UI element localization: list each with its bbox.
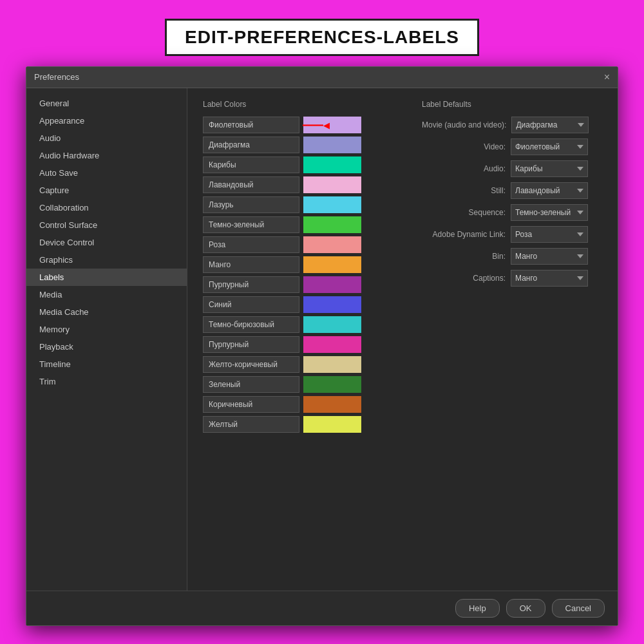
close-button[interactable]: × bbox=[604, 72, 610, 82]
label-color-swatch[interactable] bbox=[303, 176, 361, 193]
label-colors-section: Label Colors ━━━━◀ bbox=[203, 100, 396, 436]
page-title: EDIT-PREFERENCES-LABELS bbox=[185, 27, 459, 47]
default-select[interactable]: Лавандовый bbox=[511, 182, 588, 199]
label-name-input[interactable] bbox=[203, 416, 299, 433]
default-label-text: Adobe Dynamic Link: bbox=[422, 230, 506, 239]
label-name-input[interactable] bbox=[203, 137, 299, 153]
label-name-input[interactable] bbox=[203, 196, 299, 213]
sidebar-item-audio-hardware[interactable]: Audio Hardware bbox=[26, 147, 187, 164]
label-name-input[interactable] bbox=[203, 236, 299, 253]
label-name-input[interactable] bbox=[203, 376, 299, 393]
label-name-input[interactable] bbox=[203, 316, 299, 333]
label-row bbox=[203, 376, 396, 393]
label-color-swatch[interactable] bbox=[303, 236, 361, 253]
content-sections: Label Colors ━━━━◀ Label Defaults Movie … bbox=[203, 100, 602, 436]
label-row bbox=[203, 176, 396, 193]
default-row: Still:Лавандовый bbox=[422, 182, 602, 199]
cancel-button[interactable]: Cancel bbox=[552, 599, 605, 618]
label-name-input[interactable] bbox=[203, 176, 299, 193]
sidebar-item-control-surface[interactable]: Control Surface bbox=[26, 216, 187, 234]
label-color-swatch[interactable] bbox=[303, 416, 361, 433]
label-row: ━━━━◀ bbox=[203, 117, 396, 133]
label-name-input[interactable] bbox=[203, 276, 299, 293]
sidebar-item-playback[interactable]: Playback bbox=[26, 338, 187, 355]
label-row bbox=[203, 216, 396, 233]
default-select[interactable]: Манго bbox=[511, 248, 588, 265]
label-color-swatch[interactable] bbox=[303, 396, 361, 413]
label-name-input[interactable] bbox=[203, 156, 299, 173]
default-row: Bin:Манго bbox=[422, 248, 602, 265]
default-label-text: Bin: bbox=[422, 252, 506, 261]
label-row bbox=[203, 156, 396, 173]
dialog-body: GeneralAppearanceAudioAudio HardwareAuto… bbox=[26, 88, 618, 591]
sidebar-item-media[interactable]: Media bbox=[26, 286, 187, 303]
label-name-input[interactable] bbox=[203, 256, 299, 273]
label-row bbox=[203, 296, 396, 313]
sidebar-item-labels[interactable]: Labels━━━━◀ bbox=[26, 269, 187, 286]
label-name-input[interactable] bbox=[203, 396, 299, 413]
ok-button[interactable]: OK bbox=[506, 599, 545, 618]
sidebar-item-auto-save[interactable]: Auto Save bbox=[26, 164, 187, 182]
label-defaults-title: Label Defaults bbox=[422, 100, 602, 109]
label-color-swatch[interactable] bbox=[303, 376, 361, 393]
default-select[interactable]: Манго bbox=[511, 270, 588, 287]
label-name-input[interactable] bbox=[203, 117, 299, 133]
dialog-footer: Help OK Cancel bbox=[26, 591, 618, 625]
label-color-swatch[interactable] bbox=[303, 316, 361, 333]
label-row bbox=[203, 396, 396, 413]
default-select[interactable]: Роза bbox=[511, 226, 588, 243]
label-color-swatch[interactable] bbox=[303, 156, 361, 173]
preferences-dialog: Preferences × GeneralAppearanceAudioAudi… bbox=[26, 66, 618, 626]
default-select[interactable]: Темно-зеленый bbox=[511, 204, 588, 221]
label-color-swatch[interactable] bbox=[303, 196, 361, 213]
default-row: Audio:Карибы bbox=[422, 160, 602, 177]
default-label-text: Sequence: bbox=[422, 208, 506, 217]
label-color-swatch[interactable] bbox=[303, 256, 361, 273]
label-row bbox=[203, 137, 396, 153]
default-select[interactable]: Карибы bbox=[511, 160, 588, 177]
default-row: Movie (audio and video):Диафрагма bbox=[422, 117, 602, 133]
sidebar-item-trim[interactable]: Trim bbox=[26, 373, 187, 390]
dialog-titlebar: Preferences × bbox=[26, 67, 618, 88]
label-colors-title: Label Colors bbox=[203, 100, 396, 109]
label-color-swatch[interactable] bbox=[303, 216, 361, 233]
label-defaults-container: Movie (audio and video):ДиафрагмаVideo:Ф… bbox=[422, 117, 602, 287]
sidebar-item-media-cache[interactable]: Media Cache bbox=[26, 303, 187, 321]
label-name-input[interactable] bbox=[203, 336, 299, 353]
sidebar: GeneralAppearanceAudioAudio HardwareAuto… bbox=[26, 88, 187, 591]
default-select[interactable]: Диафрагма bbox=[511, 117, 589, 133]
label-color-swatch[interactable] bbox=[303, 356, 361, 373]
default-row: Video:Фиолетовый bbox=[422, 138, 602, 155]
dialog-title: Preferences bbox=[34, 72, 79, 82]
label-row bbox=[203, 416, 396, 433]
sidebar-item-collaboration[interactable]: Collaboration bbox=[26, 199, 187, 216]
sidebar-item-audio[interactable]: Audio bbox=[26, 129, 187, 147]
label-color-swatch[interactable] bbox=[303, 117, 361, 133]
sidebar-item-appearance[interactable]: Appearance bbox=[26, 112, 187, 129]
default-row: Adobe Dynamic Link:Роза bbox=[422, 226, 602, 243]
label-color-swatch[interactable] bbox=[303, 336, 361, 353]
label-row bbox=[203, 356, 396, 373]
label-name-input[interactable] bbox=[203, 216, 299, 233]
default-label-text: Audio: bbox=[422, 164, 506, 173]
label-name-input[interactable] bbox=[203, 356, 299, 373]
sidebar-item-memory[interactable]: Memory bbox=[26, 321, 187, 338]
label-color-swatch[interactable] bbox=[303, 137, 361, 153]
label-color-swatch[interactable] bbox=[303, 296, 361, 313]
default-row: Captions:Манго bbox=[422, 270, 602, 287]
label-row bbox=[203, 316, 396, 333]
content-area: Label Colors ━━━━◀ Label Defaults Movie … bbox=[187, 88, 618, 591]
sidebar-item-device-control[interactable]: Device Control bbox=[26, 234, 187, 251]
sidebar-item-timeline[interactable]: Timeline bbox=[26, 355, 187, 373]
help-button[interactable]: Help bbox=[455, 599, 500, 618]
label-name-input[interactable] bbox=[203, 296, 299, 313]
label-defaults-section: Label Defaults Movie (audio and video):Д… bbox=[422, 100, 602, 436]
default-label-text: Movie (audio and video): bbox=[422, 120, 506, 129]
label-row bbox=[203, 256, 396, 273]
default-select[interactable]: Фиолетовый bbox=[511, 138, 588, 155]
sidebar-item-general[interactable]: General bbox=[26, 95, 187, 112]
sidebar-item-graphics[interactable]: Graphics bbox=[26, 251, 187, 269]
page-title-box: EDIT-PREFERENCES-LABELS bbox=[165, 19, 479, 56]
label-color-swatch[interactable] bbox=[303, 276, 361, 293]
sidebar-item-capture[interactable]: Capture bbox=[26, 182, 187, 199]
